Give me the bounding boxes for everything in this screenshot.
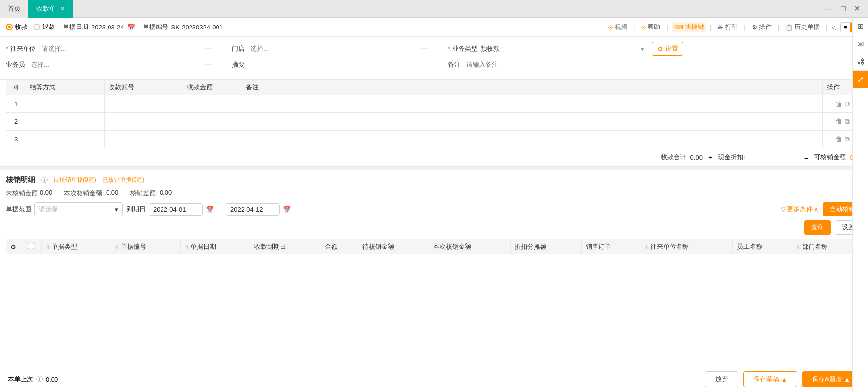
table-row: 2 🗑 ⧉ xyxy=(6,113,862,131)
sales-order-header: 销售订单 xyxy=(586,243,611,250)
due-date-field: 到期日 📅 — 📅 xyxy=(127,203,291,216)
row-note-2[interactable] xyxy=(242,113,823,131)
row-account-3[interactable] xyxy=(105,131,183,148)
discount-label: 现金折扣: xyxy=(718,153,745,162)
sidebar-expand-icon[interactable]: ⤢ xyxy=(853,71,868,88)
row-index-1: 1 xyxy=(6,95,26,113)
counterpart-field: 往来单位 ··· xyxy=(6,43,212,54)
store-input[interactable] xyxy=(247,43,417,54)
row-settle-3[interactable] xyxy=(26,131,105,148)
current-write-header: 本次核销金额 xyxy=(433,243,471,250)
row-account-1[interactable] xyxy=(105,95,183,113)
more-filter-btn[interactable]: ▽ 更多条件 ∧ xyxy=(781,205,819,214)
business-type-dropdown-icon[interactable]: ▾ xyxy=(641,45,644,53)
table-row: 1 🗑 ⧉ xyxy=(6,95,862,113)
staff-more-icon[interactable]: ··· xyxy=(206,60,212,69)
current-reconcile-label: 本次核销金额: xyxy=(64,189,104,197)
sidebar-grid-icon[interactable]: ⊞ xyxy=(853,18,868,35)
action-header: 操作 xyxy=(827,84,840,91)
select-all-checkbox[interactable] xyxy=(28,243,34,249)
list-view-btn[interactable]: ≡ xyxy=(841,23,850,32)
minimize-btn[interactable]: — xyxy=(823,4,835,13)
video-btn[interactable]: ⊙ 视频 xyxy=(606,22,629,32)
row-settle-2[interactable] xyxy=(26,113,105,131)
row-amount-2[interactable] xyxy=(183,113,242,131)
reconcile-section: 核销明细 ⓘ 待核销单据(0笔) 已核销单据(0笔) 未核销金额 0.00 本次… xyxy=(0,170,868,367)
history-btn[interactable]: 📋 历史单据 xyxy=(783,22,822,32)
help-btn[interactable]: ⊙ 帮助 xyxy=(639,22,662,32)
date-field: 单据日期 2023-03-24 📅 xyxy=(63,23,135,31)
note-header: 备注 xyxy=(246,84,259,91)
remark-input[interactable] xyxy=(463,59,644,70)
shortcut-btn[interactable]: ⌨ 快捷键 xyxy=(672,22,706,32)
sidebar-mail-icon[interactable]: ✉ xyxy=(853,35,868,53)
reconcile-info-icon[interactable]: ⓘ xyxy=(41,176,48,185)
row-settle-1[interactable] xyxy=(26,95,105,113)
counterpart-label: 往来单位 xyxy=(6,44,36,53)
counterpart-input[interactable] xyxy=(39,43,201,54)
counterpart-more-icon[interactable]: ··· xyxy=(206,44,212,53)
date-from-input[interactable] xyxy=(149,203,203,216)
calendar-to-icon[interactable]: 📅 xyxy=(283,206,291,213)
row-index-3: 3 xyxy=(6,131,26,148)
reconcile-title: 核销明细 xyxy=(6,175,35,185)
row-amount-3[interactable] xyxy=(183,131,242,148)
calendar-icon[interactable]: 📅 xyxy=(127,24,135,31)
form-area: 往来单位 ··· 门店 ··· 业务类型 预收款 ▾ ⚙ 设置 xyxy=(0,37,868,80)
summary-input[interactable] xyxy=(247,59,428,70)
save-btn[interactable]: 保存&新增 ▲ xyxy=(802,371,860,387)
amount-header: 金额 xyxy=(325,243,338,250)
save-dropdown-icon[interactable]: ▲ xyxy=(844,376,850,383)
unchecked-label: 未核销金额 xyxy=(6,189,38,197)
section-divider xyxy=(0,167,868,170)
tab-home[interactable]: 首页 xyxy=(0,0,28,18)
row-delete-icon-1[interactable]: 🗑 xyxy=(835,100,842,108)
store-label: 门店 xyxy=(232,44,244,53)
range-label: 单据范围 xyxy=(6,205,31,214)
draft-btn[interactable]: 保存草稿 ▲ xyxy=(743,371,798,387)
bottom-actions: 放弃 保存草稿 ▲ 保存&新增 ▲ xyxy=(705,371,860,387)
row-account-2[interactable] xyxy=(105,113,183,131)
top-toolbar: 收款 退款 单据日期 2023-03-24 📅 单据编号 SK-20230324… xyxy=(0,18,868,37)
table-gear-icon-2[interactable]: ⚙ xyxy=(10,243,16,251)
store-more-icon[interactable]: ··· xyxy=(422,44,428,53)
tab-close-icon[interactable]: ✕ xyxy=(60,0,65,18)
print-btn[interactable]: 🖶 打印 xyxy=(715,22,740,32)
date-to-input[interactable] xyxy=(226,203,280,216)
discount-input[interactable] xyxy=(749,152,798,162)
pending-tab-link[interactable]: 待核销单据(0笔) xyxy=(54,176,96,184)
row-delete-icon-3[interactable]: 🗑 xyxy=(835,135,842,143)
sidebar-link-icon[interactable]: ⛓ xyxy=(853,53,868,71)
date-range: 📅 — 📅 xyxy=(149,203,291,216)
tab-receipt[interactable]: 收款单 ✕ xyxy=(28,0,73,18)
filter-left: 单据范围 请选择 ▾ 到期日 📅 — 📅 xyxy=(6,202,291,216)
maximize-btn[interactable]: □ xyxy=(839,4,848,13)
store-header: 部门名称 xyxy=(802,243,828,250)
staff-header: 员工名称 xyxy=(737,243,762,250)
done-tab-link[interactable]: 已核销单据(0笔) xyxy=(102,176,145,184)
row-copy-icon-2[interactable]: ⧉ xyxy=(845,117,850,126)
operation-btn[interactable]: ⚙ 操作 xyxy=(750,22,774,32)
range-select[interactable]: 请选择 ▾ xyxy=(34,202,123,216)
calendar-from-icon[interactable]: 📅 xyxy=(206,206,214,213)
filter-row: 单据范围 请选择 ▾ 到期日 📅 — 📅 xyxy=(6,202,862,216)
row-copy-icon-1[interactable]: ⧉ xyxy=(845,100,850,108)
close-btn[interactable]: ✕ xyxy=(852,4,862,13)
row-note-1[interactable] xyxy=(242,95,823,113)
previous-label: 本单上次 xyxy=(8,375,33,384)
row-note-3[interactable] xyxy=(242,131,823,148)
prev-btn[interactable]: ◁ xyxy=(831,24,836,31)
setting-button[interactable]: ⚙ 设置 xyxy=(652,42,683,56)
table-gear-icon[interactable]: ⚙ xyxy=(13,84,19,91)
row-delete-icon-2[interactable]: 🗑 xyxy=(835,117,842,126)
discard-btn[interactable]: 放弃 xyxy=(705,371,738,387)
row-amount-1[interactable] xyxy=(183,95,242,113)
query-btn[interactable]: 查询 xyxy=(804,220,831,235)
radio-receipt[interactable]: 收款 xyxy=(6,23,27,31)
radio-refund[interactable]: 退款 xyxy=(33,23,55,31)
staff-input[interactable] xyxy=(28,59,201,70)
row-copy-icon-3[interactable]: ⧉ xyxy=(845,135,850,143)
draft-dropdown-icon[interactable]: ▲ xyxy=(781,376,787,383)
info-icon-bottom: ⓘ xyxy=(36,375,43,384)
diff-label: 核销差额: xyxy=(130,189,158,197)
